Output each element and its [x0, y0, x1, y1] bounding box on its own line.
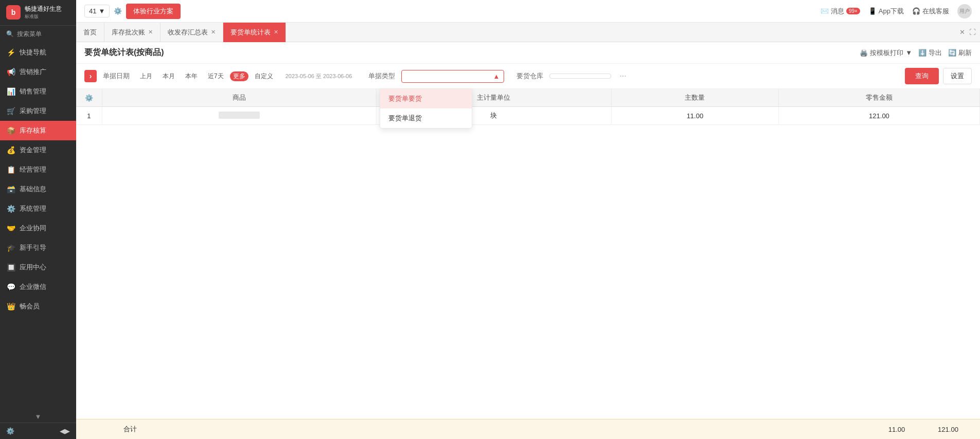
print-chevron-icon: ▼	[905, 49, 912, 57]
dropdown-item-order-return[interactable]: 要货单退货	[380, 108, 472, 128]
avatar[interactable]: 用户	[957, 4, 972, 19]
logo-icon: b	[6, 5, 21, 20]
sidebar-item-finance[interactable]: 💰 资金管理	[0, 140, 76, 160]
sidebar-item-enterprise[interactable]: 🤝 企业协同	[0, 218, 76, 238]
type-filter-select[interactable]: ▲	[401, 70, 504, 83]
tab-receive-summary[interactable]: 收发存汇总表 ✕	[161, 23, 223, 42]
footer-total-label: 合计	[123, 425, 137, 434]
warehouse-filter-select[interactable]	[549, 74, 611, 79]
sidebar-collapse-btn[interactable]: ◀▶	[60, 427, 70, 435]
data-table: ⚙️ 商品 主计量单位 主数量 零售金额 1	[76, 89, 980, 125]
message-badge: 99+	[846, 8, 860, 14]
main-area: 41 ▼ ⚙️ 体验行业方案 ✉️ 消息 99+ 📱 App下载 🎧 在线客服 …	[76, 0, 980, 439]
sidebar-item-system[interactable]: ⚙️ 系统管理	[0, 199, 76, 218]
filter-right-actions: 查询 设置	[905, 68, 972, 84]
search-menu[interactable]: 🔍 搜索菜单	[0, 26, 76, 43]
tab-order-summary[interactable]: 要货单统计表 ✕	[223, 23, 286, 42]
tab-batch-ledger[interactable]: 库存批次账 ✕	[104, 23, 161, 42]
filter-bar: › 单据日期 上月 本月 本年 近7天 更多 自定义 2023-05-06 至 …	[76, 64, 980, 89]
tab-order-summary-close[interactable]: ✕	[274, 29, 278, 35]
tab-receive-summary-label: 收发存汇总表	[168, 28, 208, 37]
purchase-icon: 🛒	[6, 107, 15, 115]
trial-btn[interactable]: 体验行业方案	[126, 4, 181, 19]
search-icon: 🔍	[6, 30, 14, 38]
quick-nav-label: 快捷导航	[20, 48, 46, 57]
settings-gear-icon[interactable]: ⚙️	[114, 7, 122, 15]
settings-icon[interactable]: ⚙️	[6, 427, 14, 435]
user-avatar-text: 用户	[959, 8, 970, 15]
date-btn-this-month[interactable]: 本月	[158, 71, 179, 82]
refresh-icon: 🔄	[948, 49, 956, 57]
sidebar-item-wechat[interactable]: 💬 企业微信	[0, 277, 76, 297]
message-btn[interactable]: ✉️ 消息 99+	[821, 7, 860, 16]
quick-nav-icon: ⚡	[6, 48, 15, 57]
sidebar-item-purchase[interactable]: 🛒 采购管理	[0, 101, 76, 121]
col-settings-gear[interactable]: ⚙️	[76, 89, 102, 107]
tab-expand[interactable]: ⛶	[969, 28, 976, 36]
warehouse-filter-label: 要货仓库	[516, 71, 543, 81]
dropdown-item-order-goods[interactable]: 要货单要货	[380, 89, 472, 108]
print-icon: 🖨️	[860, 49, 868, 57]
system-label: 系统管理	[20, 204, 46, 213]
tab-batch-ledger-close[interactable]: ✕	[148, 29, 153, 35]
finance-icon: 💰	[6, 146, 15, 154]
page-title: 要货单统计表(按商品)	[84, 47, 164, 58]
member-icon: 👑	[6, 302, 15, 310]
date-btn-more[interactable]: 更多	[230, 71, 248, 81]
sidebar-item-marketing[interactable]: 📢 营销推广	[0, 62, 76, 82]
sidebar-footer: ⚙️ ◀▶	[0, 423, 76, 439]
tab-home-label: 首页	[83, 28, 97, 37]
sidebar-item-base[interactable]: 🗃️ 基础信息	[0, 179, 76, 199]
wechat-icon: 💬	[6, 283, 15, 291]
chevron-down-icon: ▼	[98, 7, 105, 15]
sidebar-item-inventory[interactable]: 📦 库存核算	[0, 121, 76, 140]
filter-more-icon[interactable]: ···	[619, 71, 626, 81]
page-header: 要货单统计表(按商品) 🖨️ 按模板打印 ▼ ⬇️ 导出 🔄 刷新	[76, 42, 980, 64]
online-service-btn[interactable]: 🎧 在线客服	[912, 7, 949, 16]
settings-btn[interactable]: 设置	[943, 68, 972, 84]
date-btn-this-year[interactable]: 本年	[181, 71, 202, 82]
tab-receive-summary-close[interactable]: ✕	[211, 29, 216, 35]
type-dropdown: 要货单要货 要货单退货	[380, 88, 472, 129]
marketing-icon: 📢	[6, 68, 15, 76]
sidebar-item-sales[interactable]: 📊 销售管理	[0, 82, 76, 101]
date-btn-7days[interactable]: 近7天	[204, 71, 228, 82]
row-amount: 121.00	[778, 107, 979, 125]
refresh-btn[interactable]: 🔄 刷新	[948, 48, 972, 58]
date-btn-custom[interactable]: 自定义	[251, 71, 277, 82]
refresh-label: 刷新	[958, 48, 972, 58]
base-label: 基础信息	[20, 185, 46, 194]
table-footer: 合计 11.00 121.00	[76, 419, 980, 439]
print-template-btn[interactable]: 🖨️ 按模板打印 ▼	[860, 48, 912, 58]
tab-actions: ✕ ⛶	[955, 28, 980, 36]
sidebar-item-guide[interactable]: 🎓 新手引导	[0, 238, 76, 258]
base-icon: 🗃️	[6, 185, 15, 193]
col-product-header: 商品	[102, 89, 376, 107]
query-btn[interactable]: 查询	[905, 68, 939, 84]
sidebar-item-appstore[interactable]: 🔲 应用中心	[0, 258, 76, 277]
sidebar-item-quick-nav[interactable]: ⚡ 快捷导航	[0, 43, 76, 62]
date-options: 上月 本月 本年 近7天 更多 自定义	[136, 71, 277, 82]
app-download-btn[interactable]: 📱 App下载	[868, 7, 904, 16]
inventory-label: 库存核算	[20, 126, 46, 135]
type-select-chevron-up-icon: ▲	[493, 72, 500, 80]
footer-quantity: 11.00	[871, 426, 922, 433]
sidebar-item-operations[interactable]: 📋 经营管理	[0, 160, 76, 179]
guide-icon: 🎓	[6, 244, 15, 252]
sidebar-item-member[interactable]: 👑 畅会员	[0, 297, 76, 316]
export-btn[interactable]: ⬇️ 导出	[918, 48, 942, 58]
footer-amount: 121.00	[922, 426, 974, 433]
table-area: ⚙️ 商品 主计量单位 主数量 零售金额 1	[76, 89, 980, 439]
date-btn-last-month[interactable]: 上月	[136, 71, 156, 82]
topbar: 41 ▼ ⚙️ 体验行业方案 ✉️ 消息 99+ 📱 App下载 🎧 在线客服 …	[76, 0, 980, 23]
sidebar: b 畅捷通好生意 标准版 🔍 搜索菜单 ⚡ 快捷导航 📢 营销推广 📊 销售管理…	[0, 0, 76, 439]
guide-label: 新手引导	[20, 243, 46, 252]
sidebar-scroll-down[interactable]: ▼	[0, 411, 76, 423]
type-filter-label: 单据类型	[368, 71, 395, 81]
dropdown-item-order-goods-label: 要货单要货	[388, 95, 422, 102]
app-version: 标准版	[25, 13, 62, 20]
store-selector[interactable]: 41 ▼	[84, 5, 110, 17]
filter-expand-btn[interactable]: ›	[84, 70, 97, 82]
tab-home[interactable]: 首页	[76, 23, 104, 42]
tab-close-all[interactable]: ✕	[959, 28, 965, 36]
